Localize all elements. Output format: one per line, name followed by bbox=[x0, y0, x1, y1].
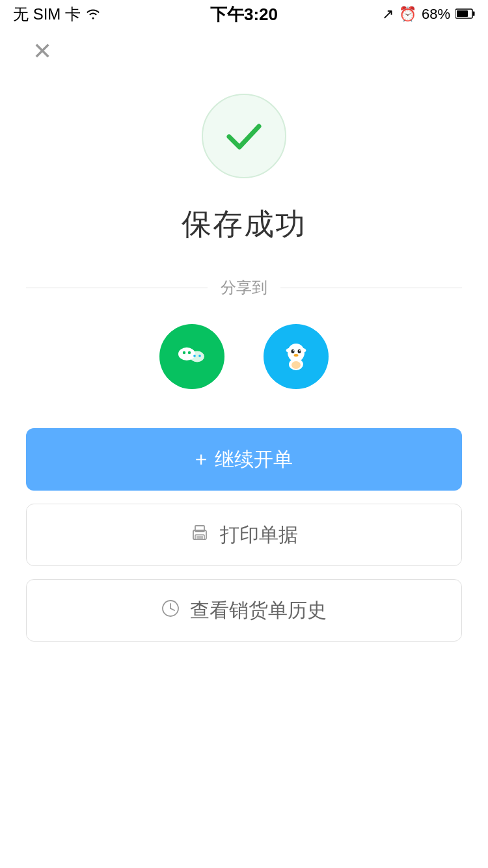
svg-point-14 bbox=[294, 354, 299, 357]
qq-icon bbox=[278, 338, 314, 375]
svg-point-11 bbox=[298, 349, 301, 353]
continue-button[interactable]: + 继续开单 bbox=[26, 428, 462, 491]
share-label: 分享到 bbox=[221, 277, 267, 298]
svg-point-5 bbox=[183, 351, 185, 354]
continue-label: 继续开单 bbox=[215, 446, 293, 473]
success-circle bbox=[202, 94, 286, 178]
svg-point-6 bbox=[188, 351, 191, 354]
share-icons bbox=[26, 324, 462, 389]
battery-icon bbox=[455, 6, 475, 23]
close-icon: ✕ bbox=[33, 40, 52, 63]
svg-point-8 bbox=[198, 355, 201, 357]
main-content: 保存成功 分享到 bbox=[0, 29, 488, 642]
qq-share-button[interactable] bbox=[264, 324, 329, 389]
status-right: ↗ ⏰ 68% bbox=[382, 6, 475, 23]
history-label: 查看销货单历史 bbox=[190, 597, 327, 624]
svg-point-16 bbox=[291, 361, 301, 369]
print-label: 打印单据 bbox=[220, 522, 298, 549]
svg-point-4 bbox=[190, 351, 204, 362]
share-divider: 分享到 bbox=[26, 277, 462, 298]
action-buttons: + 继续开单 打印单据 bbox=[0, 428, 488, 642]
battery-label: 68% bbox=[422, 6, 450, 23]
share-section: 分享到 bbox=[0, 277, 488, 428]
print-button[interactable]: 打印单据 bbox=[26, 504, 462, 566]
svg-rect-2 bbox=[457, 10, 468, 17]
svg-point-10 bbox=[291, 349, 295, 353]
status-time: 下午3:20 bbox=[210, 3, 278, 26]
svg-point-13 bbox=[299, 350, 301, 351]
svg-line-26 bbox=[170, 608, 174, 610]
clock-icon bbox=[161, 599, 180, 622]
close-button[interactable]: ✕ bbox=[26, 35, 59, 68]
sim-label: 无 SIM 卡 bbox=[13, 4, 81, 25]
divider-right bbox=[280, 288, 462, 288]
checkmark-icon bbox=[221, 113, 267, 159]
status-bar: 无 SIM 卡 下午3:20 ↗ ⏰ 68% bbox=[0, 0, 488, 29]
history-button[interactable]: 查看销货单历史 bbox=[26, 579, 462, 642]
svg-point-12 bbox=[293, 350, 294, 351]
wechat-icon bbox=[174, 338, 210, 375]
svg-point-7 bbox=[193, 355, 196, 357]
printer-icon bbox=[190, 524, 210, 547]
location-icon: ↗ bbox=[382, 6, 394, 23]
status-left: 无 SIM 卡 bbox=[13, 4, 100, 25]
success-title: 保存成功 bbox=[182, 204, 306, 245]
svg-rect-1 bbox=[473, 12, 475, 16]
plus-icon: + bbox=[195, 448, 208, 472]
wifi-icon bbox=[86, 5, 100, 23]
wechat-share-button[interactable] bbox=[159, 324, 224, 389]
divider-left bbox=[26, 288, 208, 288]
alarm-icon: ⏰ bbox=[399, 6, 416, 23]
